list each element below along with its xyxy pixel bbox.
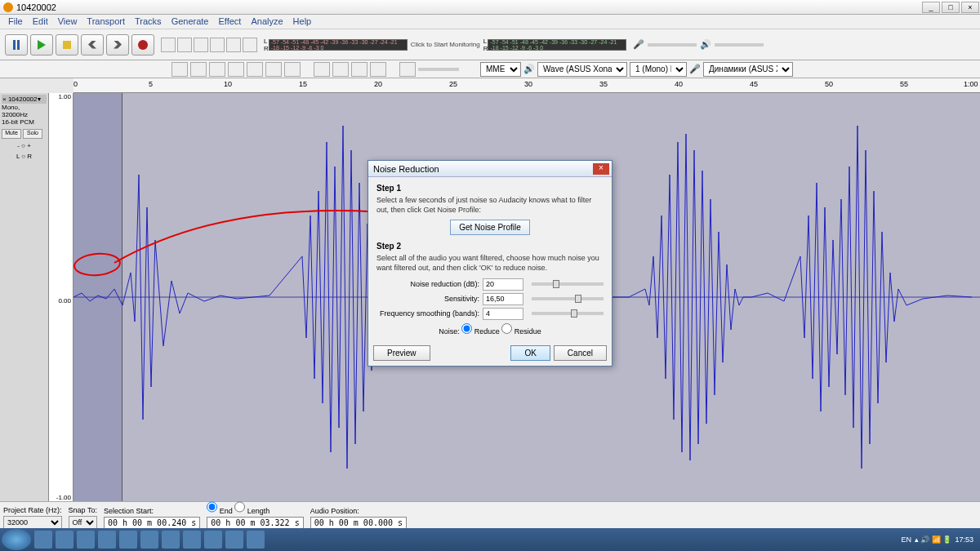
skip-end-button[interactable] — [106, 34, 129, 56]
sensitivity-input[interactable] — [483, 293, 523, 305]
menu-tracks[interactable]: Tracks — [130, 15, 167, 29]
selection-tool[interactable] — [161, 38, 176, 52]
taskbar-app-6[interactable] — [140, 531, 158, 549]
menu-transport[interactable]: Transport — [82, 15, 130, 29]
start-button[interactable] — [2, 529, 31, 550]
trim-button[interactable] — [228, 62, 244, 77]
menu-help[interactable]: Help — [288, 15, 317, 29]
selection-end-value[interactable]: 00 h 00 m 03.322 s — [207, 517, 303, 529]
step2-header: Step 2 — [376, 242, 604, 251]
project-rate-select[interactable]: 32000 — [3, 516, 62, 529]
taskbar-app-1[interactable] — [34, 531, 52, 549]
windows-taskbar: EN ▴ 🔊 📶 🔋 17:53 — [0, 528, 980, 551]
draw-tool[interactable] — [194, 38, 208, 52]
clock[interactable]: 17:53 — [955, 535, 973, 544]
noise-reduction-label: Noise reduction (dB): — [376, 280, 483, 288]
language-indicator[interactable]: EN — [901, 535, 911, 544]
gain-slider[interactable]: - ○ + — [2, 142, 47, 149]
step1-header: Step 1 — [376, 184, 604, 193]
click-to-monitor-label[interactable]: Click to Start Monitoring — [408, 41, 483, 48]
track-info: Mono, 32000Hz — [2, 104, 47, 118]
track-name[interactable]: 10420002 — [8, 96, 38, 103]
mute-button[interactable]: Mute — [2, 129, 21, 139]
ok-button[interactable]: OK — [510, 345, 550, 361]
output-device-select[interactable]: Wave (ASUS Xona... — [537, 62, 627, 77]
playback-meter[interactable]: -57 -54 -51 -48 -45 -42 -39 -36 -33 -30 … — [488, 39, 626, 51]
menu-analyze[interactable]: Analyze — [246, 15, 287, 29]
cut-button[interactable] — [172, 62, 188, 77]
sensitivity-slider[interactable] — [532, 297, 604, 300]
paste-button[interactable] — [209, 62, 225, 77]
speed-slider[interactable] — [418, 68, 459, 71]
mic-device-icon: 🎤 — [689, 64, 701, 74]
timeshift-tool[interactable] — [226, 38, 241, 52]
reduce-radio[interactable] — [461, 323, 472, 334]
frequency-smoothing-label: Frequency smoothing (bands): — [376, 309, 483, 318]
zoom-out-button[interactable] — [332, 62, 349, 77]
close-button[interactable]: × — [961, 2, 979, 13]
app-logo-icon — [3, 2, 13, 12]
taskbar-app-7[interactable] — [162, 531, 180, 549]
input-volume-slider[interactable] — [648, 43, 697, 47]
menu-file[interactable]: File — [3, 15, 28, 29]
noise-reduction-slider[interactable] — [532, 282, 604, 286]
taskbar-app-8[interactable] — [183, 531, 201, 549]
menu-edit[interactable]: Edit — [28, 15, 53, 29]
copy-button[interactable] — [190, 62, 207, 77]
play-button[interactable] — [30, 34, 53, 56]
snap-to-select[interactable]: Off — [69, 516, 97, 529]
noise-reduction-input[interactable] — [483, 278, 523, 291]
menu-generate[interactable]: Generate — [167, 15, 214, 29]
track-format: 16-bit PCM — [2, 118, 47, 126]
zoom-in-button[interactable] — [314, 62, 330, 77]
taskbar-app-2[interactable] — [56, 531, 74, 549]
envelope-tool[interactable] — [177, 38, 192, 52]
multi-tool[interactable] — [243, 38, 257, 52]
channels-select[interactable]: 1 (Mono) R — [630, 62, 687, 77]
frequency-smoothing-slider[interactable] — [532, 312, 604, 315]
silence-button[interactable] — [247, 62, 263, 77]
taskbar-app-3[interactable] — [77, 531, 95, 549]
taskbar-app-11[interactable] — [247, 531, 265, 549]
recording-meter[interactable]: -57 -54 -51 -48 -45 -42 -39 -36 -33 -30 … — [269, 39, 408, 51]
residue-radio[interactable] — [501, 323, 512, 334]
skip-start-button[interactable] — [81, 34, 104, 56]
input-device-select[interactable]: Динамики (ASUS X... — [703, 62, 793, 77]
track-menu-icon[interactable]: ▾ — [38, 96, 41, 103]
get-noise-profile-button[interactable]: Get Noise Profile — [450, 220, 530, 235]
play-at-speed-button[interactable] — [399, 62, 416, 77]
preview-button[interactable]: Preview — [373, 345, 430, 361]
dialog-title-bar[interactable]: Noise Reduction × — [368, 161, 612, 177]
zoom-tool[interactable] — [210, 38, 225, 52]
speaker-icon: 🔊 — [700, 39, 711, 51]
fit-selection-button[interactable] — [351, 62, 368, 77]
fit-project-button[interactable] — [370, 62, 386, 77]
undo-button[interactable] — [265, 62, 282, 77]
audio-host-select[interactable]: MME — [480, 62, 521, 77]
timeline-ruler[interactable]: 0 5 10 15 20 25 30 35 40 45 50 55 1:00 — [74, 78, 980, 93]
record-button[interactable] — [131, 34, 154, 56]
length-radio[interactable] — [234, 500, 245, 513]
selection-start-value[interactable]: 00 h 00 m 00.240 s — [104, 517, 200, 529]
taskbar-app-4[interactable] — [98, 531, 116, 549]
cancel-button[interactable]: Cancel — [554, 345, 607, 361]
solo-button[interactable]: Solo — [23, 129, 42, 139]
dialog-close-button[interactable]: × — [593, 163, 609, 175]
stop-button[interactable] — [56, 34, 78, 56]
frequency-smoothing-input[interactable] — [483, 308, 523, 320]
track-close-icon[interactable]: × — [2, 96, 7, 103]
taskbar-app-10[interactable] — [225, 531, 243, 549]
taskbar-app-5[interactable] — [119, 531, 137, 549]
maximize-button[interactable]: □ — [942, 2, 960, 13]
audio-position-value[interactable]: 00 h 00 m 00.000 s — [310, 517, 407, 529]
output-volume-slider[interactable] — [715, 43, 764, 47]
redo-button[interactable] — [284, 62, 301, 77]
menu-view[interactable]: View — [53, 15, 82, 29]
pause-button[interactable] — [5, 34, 28, 56]
step2-text: Select all of the audio you want filtere… — [376, 254, 604, 273]
menu-effect[interactable]: Effect — [214, 15, 247, 29]
tray-icons[interactable]: ▴ 🔊 📶 🔋 — [915, 535, 952, 544]
minimize-button[interactable]: _ — [922, 2, 940, 13]
end-radio[interactable] — [207, 500, 217, 513]
taskbar-app-9[interactable] — [204, 531, 222, 549]
